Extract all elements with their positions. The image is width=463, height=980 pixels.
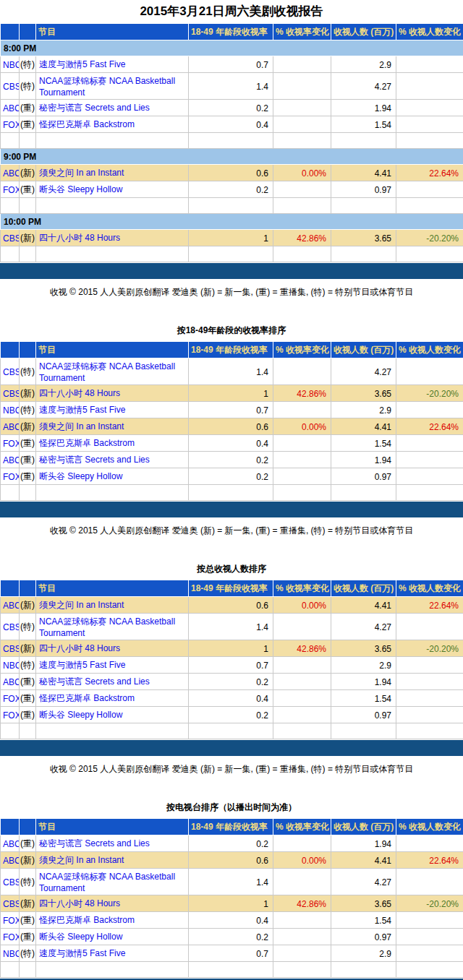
flag-cell: (特) [20, 869, 36, 895]
empty-cell [331, 485, 396, 501]
column-header-4: % 收视率变化 [273, 819, 331, 835]
column-header-3: 18-49 年龄段收视率 [189, 819, 273, 835]
network-cell: CBS [1, 73, 20, 100]
program-link[interactable]: NCAA篮球锦标赛 NCAA Basketball Tournament [36, 358, 189, 385]
column-header-0 [1, 819, 20, 835]
flag-cell: (新) [20, 895, 36, 912]
table-row: FOX(重)怪探巴克斯卓 Backstrom0.41.54 [1, 435, 463, 452]
rating-change-cell [273, 181, 331, 198]
rating-change-cell [273, 468, 331, 485]
rating-change-cell: 0.00% [273, 165, 331, 181]
flag-cell: (重) [20, 116, 36, 133]
table-row: ABC(新)须臾之间 In an Instant0.60.00%4.4122.6… [1, 418, 463, 435]
viewers-change-cell [396, 116, 463, 133]
table-row: CBS(新)四十八小时 48 Hours142.86%3.65-20.20% [1, 640, 463, 657]
program-link[interactable]: NCAA篮球锦标赛 NCAA Basketball Tournament [36, 73, 189, 100]
flag-cell: (特) [20, 56, 36, 73]
flag-cell: (重) [20, 912, 36, 929]
viewers-change-cell [396, 912, 463, 929]
program-link[interactable]: NCAA篮球锦标赛 NCAA Basketball Tournament [36, 869, 189, 895]
viewers-cell: 0.97 [331, 181, 396, 198]
empty-cell [189, 198, 273, 214]
viewers-change-cell [396, 73, 463, 100]
program-link[interactable]: 怪探巴克斯卓 Backstrom [36, 435, 189, 452]
network-cell: ABC [1, 835, 20, 852]
empty-cell [189, 246, 273, 262]
rating-change-cell: 0.00% [273, 597, 331, 614]
viewers-cell: 4.27 [331, 614, 396, 640]
program-link[interactable]: 秘密与谎言 Secrets and Lies [36, 835, 189, 852]
empty-cell [36, 485, 189, 501]
viewers-change-cell [396, 358, 463, 385]
rating-change-cell [273, 690, 331, 707]
rating-cell: 0.2 [189, 468, 273, 485]
viewers-change-cell [396, 100, 463, 116]
program-link[interactable]: 速度与激情5 Fast Five [36, 402, 189, 418]
viewers-change-cell [396, 452, 463, 468]
program-link[interactable]: 四十八小时 48 Hours [36, 640, 189, 657]
viewers-cell: 2.9 [331, 56, 396, 73]
program-link[interactable]: 断头谷 Sleepy Hollow [36, 468, 189, 485]
viewers-change-cell: -20.20% [396, 230, 463, 246]
rating-cell: 0.4 [189, 116, 273, 133]
empty-cell [189, 723, 273, 739]
time-slot-row: 9:00 PM [1, 149, 463, 165]
table-row: ABC(新)须臾之间 In an Instant0.60.00%4.4122.6… [1, 852, 463, 869]
program-link[interactable]: 须臾之间 In an Instant [36, 165, 189, 181]
empty-cell [273, 133, 331, 149]
program-link[interactable]: 秘密与谎言 Secrets and Lies [36, 100, 189, 116]
column-header-0 [1, 342, 20, 358]
program-link[interactable]: 断头谷 Sleepy Hollow [36, 929, 189, 945]
program-link[interactable]: 四十八小时 48 Hours [36, 895, 189, 912]
program-link[interactable]: 速度与激情5 Fast Five [36, 945, 189, 962]
table-row: NBC(特)速度与激情5 Fast Five0.72.9 [1, 56, 463, 73]
viewers-cell: 0.97 [331, 929, 396, 945]
viewers-change-cell [396, 435, 463, 452]
flag-cell: (特) [20, 73, 36, 100]
program-link[interactable]: 怪探巴克斯卓 Backstrom [36, 912, 189, 929]
column-header-4: % 收视率变化 [273, 24, 331, 40]
network-cell: FOX [1, 435, 20, 452]
column-header-6: % 收视人数变化 [396, 24, 463, 40]
rating-cell: 0.4 [189, 435, 273, 452]
network-cell: ABC [1, 100, 20, 116]
rating-cell: 0.7 [189, 402, 273, 418]
program-link[interactable]: 怪探巴克斯卓 Backstrom [36, 690, 189, 707]
empty-cell [36, 962, 189, 978]
network-cell: ABC [1, 852, 20, 869]
column-header-0 [1, 24, 20, 40]
program-link[interactable]: 四十八小时 48 Hours [36, 385, 189, 402]
table-row: CBS(特)NCAA篮球锦标赛 NCAA Basketball Tourname… [1, 358, 463, 385]
network-cell: NBC [1, 945, 20, 962]
program-link[interactable]: 须臾之间 In an Instant [36, 597, 189, 614]
program-link[interactable]: NCAA篮球锦标赛 NCAA Basketball Tournament [36, 614, 189, 640]
rating-cell: 1.4 [189, 614, 273, 640]
rating-cell: 0.7 [189, 657, 273, 674]
empty-cell [20, 962, 36, 978]
empty-cell [331, 198, 396, 214]
program-link[interactable]: 速度与激情5 Fast Five [36, 56, 189, 73]
program-link[interactable]: 怪探巴克斯卓 Backstrom [36, 116, 189, 133]
viewers-change-cell [396, 56, 463, 73]
viewers-change-cell: -20.20% [396, 895, 463, 912]
rating-change-cell [273, 435, 331, 452]
program-link[interactable]: 四十八小时 48 Hours [36, 230, 189, 246]
program-link[interactable]: 秘密与谎言 Secrets and Lies [36, 674, 189, 690]
program-link[interactable]: 秘密与谎言 Secrets and Lies [36, 452, 189, 468]
rating-change-cell [273, 402, 331, 418]
empty-cell [396, 133, 463, 149]
flag-cell: (新) [20, 852, 36, 869]
program-link[interactable]: 断头谷 Sleepy Hollow [36, 707, 189, 723]
table-row: ABC(新)须臾之间 In an Instant0.60.00%4.4122.6… [1, 165, 463, 181]
network-cell: CBS [1, 230, 20, 246]
viewers-cell: 0.97 [331, 707, 396, 723]
empty-cell [396, 198, 463, 214]
table-row: FOX(重)怪探巴克斯卓 Backstrom0.41.54 [1, 912, 463, 929]
program-link[interactable]: 速度与激情5 Fast Five [36, 657, 189, 674]
program-link[interactable]: 须臾之间 In an Instant [36, 418, 189, 435]
time-slot-label: 8:00 PM [1, 40, 463, 56]
program-link[interactable]: 断头谷 Sleepy Hollow [36, 181, 189, 198]
program-link[interactable]: 须臾之间 In an Instant [36, 852, 189, 869]
table-row: FOX(重)断头谷 Sleepy Hollow0.20.97 [1, 468, 463, 485]
viewers-cell: 1.94 [331, 100, 396, 116]
